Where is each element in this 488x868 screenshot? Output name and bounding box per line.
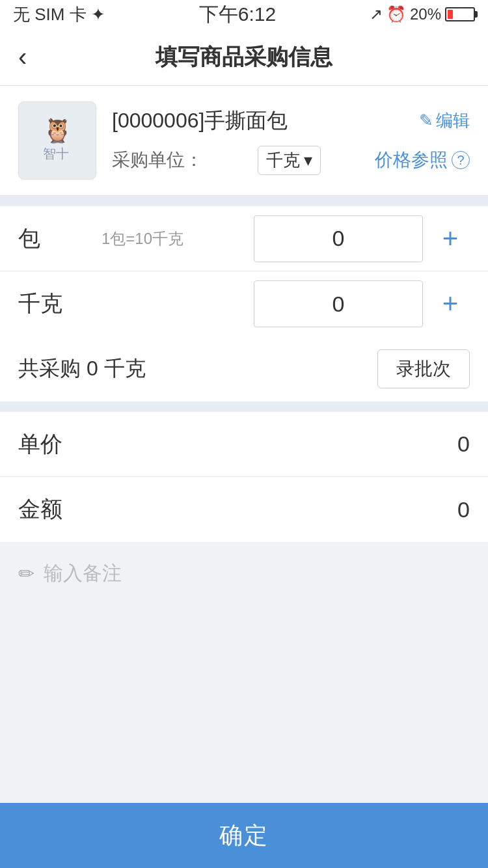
battery-icon bbox=[445, 7, 475, 21]
unit-value: 千克 bbox=[266, 149, 300, 172]
sim-label: 无 SIM 卡 ✦ bbox=[13, 3, 105, 26]
product-name: [0000006]手撕面包 bbox=[112, 107, 288, 135]
bao-row: 包 1包=10千克 0 + bbox=[0, 206, 488, 271]
status-bar: 无 SIM 卡 ✦ 下午6:12 ↗ ⏰ 20% bbox=[0, 0, 488, 29]
pricing-section: 单价 0 金额 0 bbox=[0, 412, 488, 542]
edit-button[interactable]: ✎ 编辑 bbox=[419, 109, 470, 132]
bao-plus-button[interactable]: + bbox=[431, 215, 470, 262]
product-logo-text: 智十 bbox=[43, 145, 72, 163]
alarm-icon: ⏰ bbox=[386, 5, 406, 23]
help-circle-icon: ? bbox=[452, 151, 470, 169]
unit-label: 采购单位： bbox=[112, 148, 203, 172]
unit-price-value: 0 bbox=[457, 431, 470, 457]
battery-percent: 20% bbox=[410, 5, 441, 23]
amount-row: 金额 0 bbox=[0, 477, 488, 542]
unit-select[interactable]: 千克 ▾ bbox=[258, 146, 321, 175]
unit-row: 采购单位： 千克 ▾ 价格参照 ? bbox=[112, 146, 470, 175]
status-time: 下午6:12 bbox=[199, 1, 276, 28]
kg-input[interactable]: 0 bbox=[254, 280, 423, 327]
chevron-down-icon: ▾ bbox=[304, 150, 312, 170]
product-name-row: [0000006]手撕面包 ✎ 编辑 bbox=[112, 107, 470, 135]
location-icon: ↗ bbox=[370, 5, 383, 23]
edit-icon: ✎ bbox=[419, 111, 433, 131]
section-divider-2 bbox=[0, 401, 488, 412]
price-ref-button[interactable]: 价格参照 ? bbox=[375, 148, 470, 172]
section-divider-1 bbox=[0, 196, 488, 206]
product-info: [0000006]手撕面包 ✎ 编辑 采购单位： 千克 ▾ 价格参照 ? bbox=[112, 107, 470, 175]
product-logo-icon: 🦉 bbox=[43, 119, 72, 142]
confirm-button[interactable]: 确定 bbox=[0, 803, 488, 868]
kg-row: 千克 0 + bbox=[0, 271, 488, 336]
empty-area bbox=[0, 605, 488, 826]
unit-price-label: 单价 bbox=[18, 429, 62, 459]
amount-value: 0 bbox=[457, 497, 470, 522]
kg-label: 千克 bbox=[18, 289, 96, 319]
status-right: ↗ ⏰ 20% bbox=[370, 5, 475, 23]
back-button[interactable]: ‹ bbox=[18, 42, 27, 72]
pencil-icon: ✏ bbox=[18, 562, 34, 585]
page-title: 填写商品采购信息 bbox=[156, 42, 332, 72]
batch-button[interactable]: 录批次 bbox=[377, 349, 470, 388]
product-thumbnail: 🦉 智十 bbox=[18, 102, 96, 180]
nav-bar: ‹ 填写商品采购信息 bbox=[0, 29, 488, 86]
kg-plus-button[interactable]: + bbox=[431, 280, 470, 327]
unit-price-row: 单价 0 bbox=[0, 412, 488, 477]
product-card: 🦉 智十 [0000006]手撕面包 ✎ 编辑 采购单位： 千克 ▾ 价格参照 … bbox=[0, 86, 488, 196]
bao-label: 包 bbox=[18, 224, 96, 254]
note-section[interactable]: ✏ 输入备注 bbox=[0, 542, 488, 605]
price-ref-label: 价格参照 bbox=[375, 148, 448, 172]
bao-sublabel: 1包=10千克 bbox=[102, 228, 183, 249]
summary-row: 共采购 0 千克 录批次 bbox=[0, 336, 488, 401]
note-placeholder: 输入备注 bbox=[44, 560, 122, 587]
edit-label: 编辑 bbox=[436, 109, 470, 132]
amount-label: 金额 bbox=[18, 495, 62, 524]
status-left: 无 SIM 卡 ✦ bbox=[13, 3, 105, 26]
quantity-section: 包 1包=10千克 0 + 千克 0 + bbox=[0, 206, 488, 336]
summary-text: 共采购 0 千克 bbox=[18, 355, 146, 383]
bao-input[interactable]: 0 bbox=[254, 215, 423, 262]
